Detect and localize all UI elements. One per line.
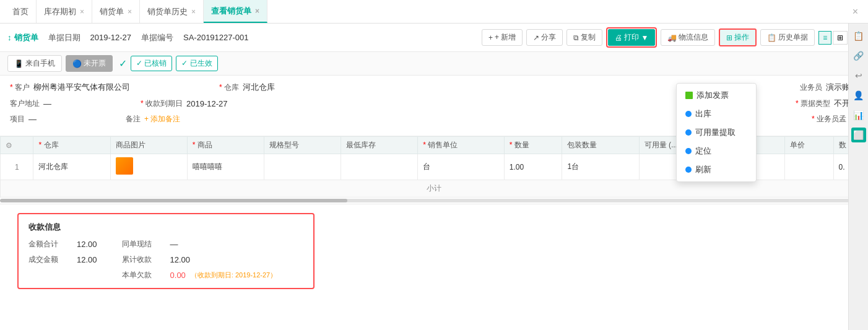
already-cancelled-tag: ✓ 已核销 xyxy=(131,56,172,71)
doc-type: ↕ 销货单 xyxy=(7,32,38,43)
tab-sales-order-close[interactable]: × xyxy=(128,7,132,16)
tab-sales-history[interactable]: 销货单历史 × xyxy=(140,0,204,23)
address-value: — xyxy=(43,99,51,108)
total-amount-label: 金额合计 xyxy=(28,239,72,250)
already-cancelled-label: 已核销 xyxy=(144,59,167,67)
grid-view-button[interactable]: ⊞ xyxy=(833,31,848,45)
table-scrollbar[interactable] xyxy=(0,199,868,202)
add-invoice-icon xyxy=(685,92,693,99)
sidebar-icon-5[interactable]: 📊 xyxy=(851,108,866,123)
due-date-field: 收款到期日 2019-12-27 xyxy=(141,98,228,109)
tab-sales-history-close[interactable]: × xyxy=(191,7,196,16)
operation-button[interactable]: ⊞ 操作 xyxy=(719,28,757,46)
phone-icon: 📱 xyxy=(14,59,24,68)
col-min-stock: 最低库存 xyxy=(341,137,418,154)
cumulative-value: 12.00 xyxy=(170,255,191,264)
refresh-icon xyxy=(685,167,692,173)
doc-type-icon: ↕ xyxy=(7,33,12,42)
operation-label: 操作 xyxy=(734,32,749,43)
address-label: 客户地址 xyxy=(10,98,40,109)
col-qty: 数量 xyxy=(504,137,562,154)
row-warehouse: 河北仓库 xyxy=(33,154,110,180)
available-qty-item[interactable]: 可用量提取 xyxy=(677,123,756,142)
operation-grid-icon: ⊞ xyxy=(726,33,732,42)
refresh-item[interactable]: 刷新 xyxy=(677,160,756,179)
address-field: 客户地址 — xyxy=(10,98,51,109)
view-toggle: ≡ ⊞ xyxy=(818,31,848,45)
sidebar-icon-6[interactable]: ⬜ xyxy=(851,128,866,142)
sidebar-icon-4[interactable]: 👤 xyxy=(851,88,866,103)
tab-sales-order[interactable]: 销货单 × xyxy=(92,0,140,23)
print-label: 打印 xyxy=(624,32,639,43)
sidebar-icon-2[interactable]: 🔗 xyxy=(851,48,866,63)
project-label: 项目 xyxy=(10,114,25,124)
tab-view-sales-label: 查看销货单 xyxy=(211,6,251,17)
tab-home[interactable]: 首页 xyxy=(5,0,37,23)
outbound-item[interactable]: 出库 xyxy=(677,105,756,123)
salesperson-label: 业务员孟 xyxy=(812,114,846,124)
number-value: SA-20191227-001 xyxy=(183,33,249,42)
ticket-icon: 🔵 xyxy=(72,59,82,68)
list-view-button[interactable]: ≡ xyxy=(818,31,831,45)
not-open-ticket-button[interactable]: 🔵 未开票 xyxy=(66,55,113,72)
add-note-button[interactable]: 添加备注 xyxy=(144,114,180,124)
add-button[interactable]: + + 新增 xyxy=(482,29,523,46)
payment-section: 收款信息 金额合计 12.00 成交金额 12.00 xyxy=(17,213,315,289)
transaction-label: 成交金额 xyxy=(28,254,72,265)
transaction-row: 成交金额 12.00 xyxy=(28,254,97,265)
same-order-label: 同单现结 xyxy=(122,239,165,250)
date-label: 单据日期 xyxy=(48,32,80,43)
history-icon: 📋 xyxy=(767,33,776,42)
subtotal-row: 小计 xyxy=(1,180,868,198)
close-all-tabs[interactable]: × xyxy=(848,4,863,20)
add-invoice-item[interactable]: 添加发票 xyxy=(677,86,756,105)
already-effective-label: 已生效 xyxy=(190,59,212,67)
number-label: 单据编号 xyxy=(141,32,173,43)
payment-wrapper: 收款信息 金额合计 12.00 成交金额 12.00 xyxy=(0,204,868,298)
copy-label: 复制 xyxy=(581,32,596,43)
share-icon: ↗ xyxy=(533,33,539,42)
tab-inventory-init[interactable]: 库存期初 × xyxy=(37,0,92,23)
from-phone-label: 来自手机 xyxy=(25,58,55,69)
col-settings[interactable]: ⚙ xyxy=(1,137,33,154)
tab-view-sales[interactable]: 查看销货单 × xyxy=(204,0,267,23)
note-label: 备注 xyxy=(126,114,141,124)
copy-button[interactable]: ⧉ 复制 xyxy=(566,29,602,46)
warehouse-field: 仓库 河北仓库 xyxy=(219,82,275,93)
settings-icon[interactable]: ⚙ xyxy=(6,141,12,150)
from-phone-button[interactable]: 📱 来自手机 xyxy=(7,55,62,72)
due-date-label: 收款到期日 xyxy=(141,98,183,109)
transaction-value: 12.00 xyxy=(77,255,97,264)
right-sidebar: 📋 🔗 ↩ 👤 📊 ⬜ xyxy=(848,24,868,330)
doc-actions: + + 新增 ↗ 分享 ⧉ 复制 🖨 打印 ▼ xyxy=(482,27,861,48)
verify-area: ✓ xyxy=(119,58,127,69)
share-button[interactable]: ↗ 分享 xyxy=(526,29,563,46)
sidebar-icon-3[interactable]: ↩ xyxy=(851,68,866,83)
sidebar-icon-1[interactable]: 📋 xyxy=(851,28,866,43)
history-button[interactable]: 📋 历史单据 xyxy=(760,29,815,46)
doc-type-label: 销货单 xyxy=(14,32,38,43)
current-due-label: 本单欠款 xyxy=(122,270,165,280)
print-dropdown-arrow: ▼ xyxy=(641,33,648,42)
location-item[interactable]: 定位 xyxy=(677,142,756,160)
refresh-label: 刷新 xyxy=(695,164,711,175)
row-spec xyxy=(264,154,341,180)
total-amount-row: 金额合计 12.00 xyxy=(28,239,97,250)
row-product-name: 嘻嘻嘻嘻 xyxy=(187,154,264,180)
customer-value: 柳州粤港平安气体有限公司 xyxy=(33,82,130,93)
row-index: 1 xyxy=(1,154,33,180)
same-order-value: — xyxy=(170,240,178,249)
payment-col-right: 同单现结 — 累计收款 12.00 本单欠款 0.00 （收款到期日: 2019… xyxy=(122,239,277,280)
project-field: 项目 — xyxy=(10,114,37,124)
tab-view-sales-close[interactable]: × xyxy=(255,7,259,15)
available-qty-icon xyxy=(685,129,692,136)
add-invoice-label: 添加发票 xyxy=(697,90,729,101)
print-button[interactable]: 🖨 打印 ▼ xyxy=(608,29,655,46)
operation-dropdown: 添加发票 出库 可用量提取 定位 刷新 xyxy=(676,83,757,182)
location-icon xyxy=(685,148,692,154)
logistics-button[interactable]: 🚚 物流信息 xyxy=(661,29,715,46)
project-value: — xyxy=(28,115,37,124)
tab-inventory-init-close[interactable]: × xyxy=(80,7,84,16)
share-label: 分享 xyxy=(541,32,556,43)
col-sales-unit: 销售单位 xyxy=(418,137,504,154)
